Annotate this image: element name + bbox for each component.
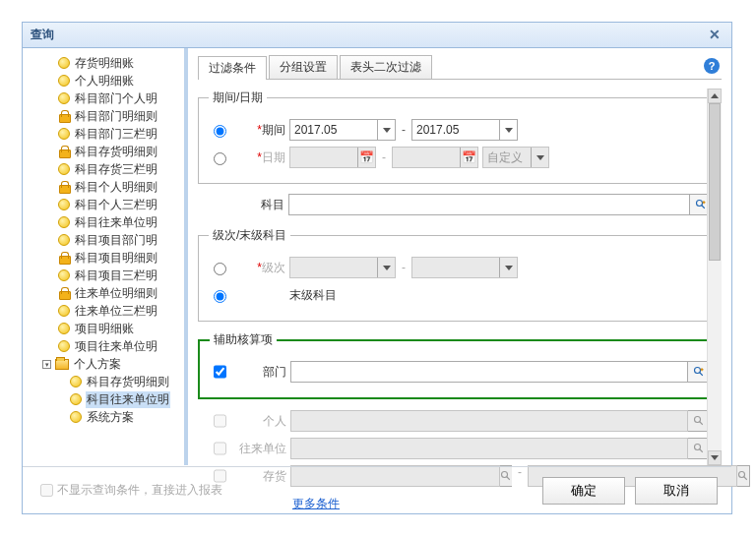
date-custom: 自定义: [482, 147, 549, 168]
footer: 不显示查询条件，直接进入报表 确定 取消: [23, 466, 731, 513]
tree-item-label: 科目项目三栏明: [74, 268, 158, 284]
group-aux-legend: 辅助核算项: [210, 331, 277, 348]
help-icon[interactable]: ?: [704, 58, 720, 74]
search-icon: [737, 470, 749, 482]
svg-line-15: [744, 477, 747, 480]
dot-icon: [58, 269, 70, 281]
tree-item-label: 科目往来单位明: [74, 214, 158, 231]
scroll-down-icon[interactable]: [708, 450, 722, 465]
dot-icon: [58, 340, 70, 352]
ok-button[interactable]: 确定: [542, 477, 625, 505]
subject-input[interactable]: [288, 194, 690, 215]
dot-icon: [58, 128, 70, 140]
scrollbar[interactable]: [707, 89, 722, 465]
dept-input[interactable]: [290, 361, 688, 383]
radio-date[interactable]: [214, 152, 226, 165]
tabs: 过滤条件 分组设置 表头二次过滤 ?: [198, 56, 722, 80]
tree-item[interactable]: 个人明细账: [29, 72, 184, 89]
dot-icon: [58, 199, 70, 210]
tree-folder[interactable]: ▾个人方案: [29, 355, 184, 373]
period-from[interactable]: 2017.05: [289, 119, 396, 141]
search-plus-icon: [695, 199, 707, 210]
level-from: [289, 257, 396, 278]
tree-panel: 存货明细账个人明细账科目部门个人明科目部门明细则科目部门三栏明科目存货明细则科目…: [23, 48, 188, 465]
search-plus-icon: [693, 366, 705, 378]
dot-icon: [70, 393, 82, 405]
search-icon: [693, 415, 705, 427]
tree-item-label: 往来单位三栏明: [74, 303, 158, 320]
tree-item-label: 科目个人三栏明: [74, 197, 158, 213]
aux-person-label: 个人: [263, 414, 286, 428]
tree-item[interactable]: 科目项目明细则: [29, 249, 184, 267]
tree-item[interactable]: 科目部门个人明: [29, 89, 184, 107]
tree-item[interactable]: 往来单位明细则: [29, 284, 184, 302]
search-plus-icon: [693, 443, 705, 454]
tree-item-label: 往来单位明细则: [74, 285, 158, 302]
tree-item[interactable]: 科目往来单位明: [29, 390, 184, 408]
dot-icon: [70, 376, 82, 387]
cancel-button[interactable]: 取消: [635, 477, 718, 505]
chevron-down-icon: [499, 258, 517, 277]
tree-item[interactable]: 项目往来单位明: [29, 337, 184, 355]
group-level: 级次/末级科目 *级次 - 末级科目: [198, 227, 722, 322]
tree-item[interactable]: 项目明细账: [29, 320, 184, 337]
dot-icon: [58, 57, 70, 69]
scroll-up-icon[interactable]: [708, 89, 722, 103]
expander-icon[interactable]: ▾: [42, 360, 51, 369]
tree-item[interactable]: 科目部门明细则: [29, 107, 184, 125]
tree-item-label: 科目存货三栏明: [74, 161, 158, 178]
group-aux: 辅助核算项 部门: [198, 331, 722, 399]
unit-input: [290, 438, 688, 459]
tree-item[interactable]: 科目存货明细则: [29, 143, 184, 160]
tree-item[interactable]: 科目项目部门明: [29, 231, 184, 249]
tree-item[interactable]: 存货明细账: [29, 54, 184, 72]
group-level-legend: 级次/末级科目: [209, 227, 290, 244]
skip-query-label: 不显示查询条件，直接进入报表: [57, 482, 222, 499]
right-panel: 过滤条件 分组设置 表头二次过滤 ? 期间/日期 *期间 2017.05: [188, 48, 731, 465]
dialog-title: 查询: [31, 27, 54, 43]
radio-period[interactable]: [214, 125, 226, 138]
tree-item-label: 科目往来单位明: [86, 391, 170, 408]
tree-item[interactable]: 往来单位三栏明: [29, 302, 184, 320]
tab-secondary[interactable]: 表头二次过滤: [340, 55, 432, 79]
calendar-icon: 📅: [357, 148, 375, 167]
chk-dept[interactable]: [214, 365, 226, 379]
svg-point-4: [694, 368, 700, 374]
chevron-down-icon: [377, 258, 395, 277]
scroll-thumb[interactable]: [709, 103, 721, 261]
dot-icon: [58, 305, 70, 317]
dot-icon: [58, 323, 70, 334]
dot-icon: [58, 75, 70, 87]
lock-icon: [58, 287, 70, 299]
tree-item-label: 个人明细账: [74, 73, 135, 89]
close-icon[interactable]: ✕: [706, 27, 724, 44]
tab-group[interactable]: 分组设置: [269, 55, 338, 79]
radio-leaf[interactable]: [214, 290, 226, 303]
svg-point-0: [696, 201, 702, 207]
tree-item-label: 科目存货明细则: [86, 374, 170, 390]
calendar-icon: 📅: [460, 148, 477, 167]
tree-item[interactable]: 科目存货明细则: [29, 373, 184, 390]
tree-folder-label: 个人方案: [73, 356, 122, 373]
tree-item[interactable]: 科目存货三栏明: [29, 160, 184, 178]
tree-item-label: 系统方案: [86, 409, 135, 426]
skip-query-check: 不显示查询条件，直接进入报表: [36, 481, 222, 500]
group-period-legend: 期间/日期: [209, 89, 267, 106]
group-period: 期间/日期 *期间 2017.05 - 2017.05: [198, 89, 722, 184]
tree-item[interactable]: 系统方案: [29, 408, 184, 426]
dot-icon: [58, 163, 70, 175]
chevron-down-icon: [499, 120, 517, 140]
radio-level[interactable]: [214, 263, 226, 275]
titlebar: 查询 ✕: [23, 23, 731, 48]
svg-line-5: [699, 373, 702, 376]
aux-dept-label: 部门: [263, 365, 286, 379]
tree-item[interactable]: 科目个人明细则: [29, 178, 184, 196]
lock-icon: [58, 146, 70, 157]
tree-item[interactable]: 科目部门三栏明: [29, 125, 184, 143]
tree-item[interactable]: 科目个人三栏明: [29, 196, 184, 213]
tree-item[interactable]: 科目往来单位明: [29, 213, 184, 231]
tab-filter[interactable]: 过滤条件: [198, 56, 267, 80]
tree-item[interactable]: 科目项目三栏明: [29, 267, 184, 284]
period-to[interactable]: 2017.05: [411, 119, 518, 141]
query-dialog: 查询 ✕ 存货明细账个人明细账科目部门个人明科目部门明细则科目部门三栏明科目存货…: [22, 22, 732, 514]
